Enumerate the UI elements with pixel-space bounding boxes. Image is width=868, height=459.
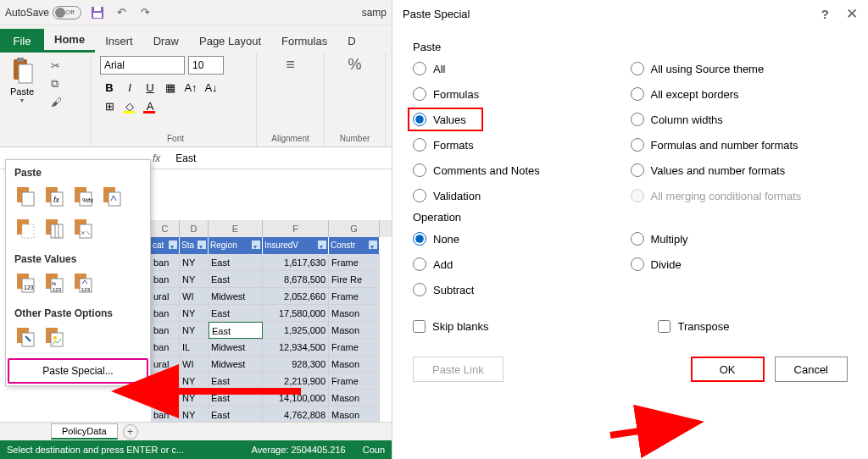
cell[interactable]: 17,580,000: [263, 305, 329, 322]
underline-button[interactable]: U: [141, 78, 159, 97]
borders-button[interactable]: ⊞: [100, 97, 119, 115]
cell[interactable]: Frame: [329, 339, 380, 356]
alignment-icon[interactable]: ≡: [286, 56, 295, 74]
op-radio-none[interactable]: None: [413, 232, 631, 246]
fill-color-button[interactable]: ◇: [120, 97, 139, 115]
cell[interactable]: WI: [180, 288, 209, 305]
cell[interactable]: East: [209, 322, 263, 339]
cell[interactable]: 1,617,630: [263, 254, 329, 271]
cell[interactable]: Frame: [329, 373, 380, 390]
font-name-select[interactable]: [100, 56, 185, 75]
cell[interactable]: East: [209, 271, 263, 288]
cell[interactable]: 2,052,660: [263, 288, 329, 305]
paste-option-icon[interactable]: [99, 184, 125, 209]
font-size-select[interactable]: [188, 56, 224, 75]
cancel-button[interactable]: Cancel: [775, 357, 848, 382]
tab-home[interactable]: Home: [44, 29, 95, 53]
paste-special-menu-item[interactable]: Paste Special...: [8, 358, 148, 384]
tab-formulas[interactable]: Formulas: [271, 29, 337, 53]
paste-button[interactable]: Paste ▾: [5, 56, 39, 104]
table-row[interactable]: banILMidwest12,934,500Frame: [151, 339, 392, 356]
cell[interactable]: NY: [180, 322, 209, 339]
toggle-off[interactable]: Off: [53, 6, 81, 19]
transpose-checkbox[interactable]: Transpose: [658, 320, 729, 333]
paste-radio-formulas[interactable]: Formulas: [413, 87, 631, 101]
cell[interactable]: WI: [180, 356, 209, 373]
paste-values-icon[interactable]: %123: [42, 270, 67, 296]
increase-font-button[interactable]: A↑: [181, 78, 200, 97]
bold-button[interactable]: B: [100, 78, 119, 97]
paste-radio-all-using-source-theme[interactable]: All using Source theme: [631, 62, 849, 75]
col-letter[interactable]: E: [209, 220, 263, 237]
table-row[interactable]: banNYEast1,617,630Frame: [151, 254, 392, 271]
cell[interactable]: Mason: [329, 356, 380, 373]
close-icon[interactable]: ✕: [846, 5, 858, 23]
cell[interactable]: ban: [151, 305, 180, 322]
paste-radio-formats[interactable]: Formats: [413, 138, 631, 152]
cell[interactable]: IL: [180, 339, 209, 356]
cell[interactable]: NY: [180, 271, 209, 288]
cell[interactable]: NY: [180, 305, 209, 322]
paste-radio-comments-and-notes[interactable]: Comments and Notes: [413, 163, 631, 177]
autosave-toggle[interactable]: AutoSave Off: [5, 6, 81, 19]
paste-link-button[interactable]: Paste Link: [413, 357, 504, 382]
cell[interactable]: Frame: [329, 254, 380, 271]
cell[interactable]: 12,934,500: [263, 339, 329, 356]
header-cell[interactable]: Constr: [329, 237, 380, 254]
decrease-font-button[interactable]: A↓: [202, 78, 220, 97]
table-row[interactable]: banNYEast17,580,000Mason: [151, 305, 392, 322]
skip-blanks-checkbox[interactable]: Skip blanks: [413, 320, 488, 333]
paste-radio-formulas-and-number-formats[interactable]: Formulas and number formats: [631, 138, 849, 152]
cell[interactable]: ban: [151, 322, 180, 339]
save-icon[interactable]: [90, 5, 105, 20]
cell[interactable]: Fire Re: [329, 271, 380, 288]
help-icon[interactable]: ?: [821, 7, 829, 21]
paste-option-icon[interactable]: fx: [42, 184, 67, 209]
cell[interactable]: 1,925,000: [263, 322, 329, 339]
header-cell[interactable]: cat: [151, 237, 180, 254]
tab-insert[interactable]: Insert: [95, 29, 143, 53]
op-radio-divide[interactable]: Divide: [631, 257, 849, 271]
file-tab[interactable]: File: [0, 29, 44, 53]
table-row[interactable]: banNYEast8,678,500Fire Re: [151, 271, 392, 288]
format-painter-icon[interactable]: 🖌: [51, 96, 62, 108]
percent-icon[interactable]: %: [348, 56, 361, 74]
border-button[interactable]: ▦: [161, 78, 180, 97]
filter-icon[interactable]: [368, 240, 378, 250]
table-row[interactable]: uralWIMidwest2,052,660Frame: [151, 288, 392, 305]
filter-icon[interactable]: [317, 240, 327, 250]
paste-radio-values-and-number-formats[interactable]: Values and number formats: [631, 163, 849, 177]
cell[interactable]: Mason: [329, 390, 380, 406]
undo-icon[interactable]: ↶: [114, 5, 129, 20]
header-cell[interactable]: Region: [209, 237, 263, 254]
filter-icon[interactable]: [197, 240, 207, 250]
cell[interactable]: East: [209, 254, 263, 271]
cell[interactable]: ban: [151, 254, 180, 271]
font-color-button[interactable]: A: [141, 97, 159, 115]
cell[interactable]: ural: [151, 288, 180, 305]
cell[interactable]: NY: [180, 254, 209, 271]
cell[interactable]: Midwest: [209, 339, 263, 356]
cell[interactable]: Mason: [329, 406, 380, 423]
table-row[interactable]: uralWIMidwest928,300Mason: [151, 356, 392, 373]
paste-option-icon[interactable]: [13, 216, 38, 241]
paste-radio-values[interactable]: Values: [408, 108, 483, 131]
fx-icon[interactable]: fx: [153, 152, 160, 164]
paste-option-icon[interactable]: %fx: [70, 184, 96, 209]
header-cell[interactable]: InsuredV: [263, 237, 329, 254]
op-radio-add[interactable]: Add: [413, 257, 631, 271]
col-letter[interactable]: F: [263, 220, 329, 237]
tab-data[interactable]: D: [337, 29, 365, 53]
paste-option-icon[interactable]: [13, 184, 38, 209]
header-cell[interactable]: Sta: [180, 237, 209, 254]
cell[interactable]: ban: [151, 271, 180, 288]
col-letter[interactable]: C: [151, 220, 180, 237]
ok-button[interactable]: OK: [691, 357, 765, 382]
op-radio-multiply[interactable]: Multiply: [631, 232, 849, 246]
filter-icon[interactable]: [168, 240, 178, 250]
col-letter[interactable]: D: [180, 220, 209, 237]
add-sheet-button[interactable]: +: [123, 424, 138, 440]
table-row[interactable]: banNYEast1,925,000Mason: [151, 322, 392, 339]
formula-value[interactable]: East: [169, 152, 196, 164]
paste-radio-all[interactable]: All: [413, 62, 631, 75]
